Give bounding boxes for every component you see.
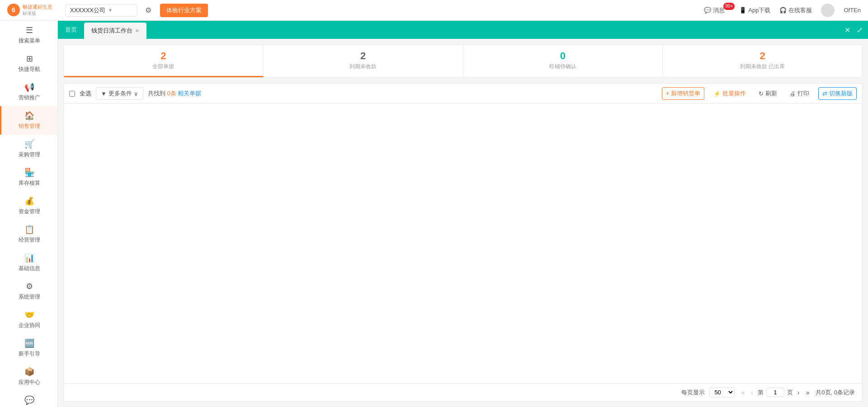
current-page-input[interactable] (766, 388, 784, 397)
sidebar-item-search-label: 搜索菜单 (19, 37, 40, 45)
stat-number-pending: 0 (560, 50, 566, 62)
per-page-select[interactable]: 50 100 200 (709, 387, 735, 398)
stat-label-all: 全部单据 (152, 63, 174, 70)
guide-icon: 🆕 (24, 338, 34, 348)
page-total: 共0页, 0条记录 (816, 388, 855, 397)
stats-row: 2 全部单据 2 到期未收款 0 旺铺待确认 2 到期未收款 已出库 (63, 44, 863, 78)
found-text: 共找到 0条 相关单据 (148, 89, 201, 98)
filter-button[interactable]: ▼ 更多条件 ∨ (96, 87, 143, 100)
sidebar: ☰ 搜索菜单 ⊞ 快捷导航 📢 营销推广 🏠 销售管理 🛒 采购管理 🏪 库存核… (0, 21, 58, 407)
switch-label: 切换新版 (829, 89, 853, 98)
sidebar-item-quick-nav[interactable]: ⊞ 快捷导航 (0, 49, 57, 78)
top-header: 6 畅捷通好生意 标准版 XXXXXX公司 ▼ ⚙ 体验行业方案 💬 消息 99… (0, 0, 868, 21)
last-page-button[interactable]: » (804, 388, 811, 397)
sidebar-item-sales[interactable]: 🏠 销售管理 (0, 106, 57, 135)
sidebar-item-base-label: 基础信息 (19, 265, 40, 272)
filter-label: 更多条件 (108, 89, 132, 98)
sidebar-item-purchase-label: 采购管理 (19, 151, 40, 159)
system-icon: ⚙ (26, 281, 33, 291)
marketing-icon: 📢 (24, 82, 34, 92)
sales-icon: 🏠 (24, 111, 34, 121)
search-menu-icon: ☰ (26, 25, 33, 35)
print-label: 打印 (797, 89, 809, 98)
new-sales-order-button[interactable]: + 新增销货单 (662, 87, 704, 100)
sidebar-item-manage[interactable]: 📋 经营管理 (0, 220, 57, 248)
tab-close-window-icon[interactable]: ✕ (843, 24, 852, 36)
online-service-action[interactable]: 🎧 在线客服 (779, 6, 812, 14)
sidebar-item-search[interactable]: ☰ 搜索菜单 (0, 21, 57, 49)
sidebar-item-inventory-label: 库存核算 (19, 179, 40, 187)
sidebar-item-manage-label: 经营管理 (19, 236, 40, 244)
logo-icon: 6 (7, 4, 20, 16)
sidebar-item-marketing[interactable]: 📢 营销推广 (0, 78, 57, 106)
tab-home-label: 首页 (65, 26, 77, 34)
tab-bar-actions: ✕ ⤢ (843, 24, 868, 36)
toolbar-right: + 新增销货单 ⚡ 批量操作 ↻ 刷新 🖨 打印 ⇄ (662, 87, 857, 100)
main-layout: ☰ 搜索菜单 ⊞ 快捷导航 📢 营销推广 🏠 销售管理 🛒 采购管理 🏪 库存核… (0, 21, 868, 407)
stat-number-all: 2 (160, 50, 166, 62)
settings-button[interactable]: ⚙ (141, 3, 156, 18)
page-label-before: 第 (758, 388, 764, 397)
stat-label-shipped: 到期未收款 已出库 (740, 63, 785, 70)
quick-nav-icon: ⊞ (26, 54, 33, 64)
finance-icon: 💰 (24, 196, 34, 206)
logo-text: 畅捷通好生意 (23, 4, 52, 10)
inventory-icon: 🏪 (24, 168, 34, 178)
app-download-action[interactable]: 📱 App下载 (739, 6, 770, 14)
sidebar-item-corp-label: 企业协同 (19, 322, 40, 329)
found-count: 0条 (167, 90, 176, 97)
tab-home[interactable]: 首页 (58, 21, 84, 39)
sidebar-item-app-center-label: 应用中心 (19, 379, 40, 386)
purchase-icon: 🛒 (24, 139, 34, 149)
next-page-button[interactable]: › (796, 388, 802, 397)
tab-bar: 首页 钱货日清工作台 ✕ ✕ ⤢ (58, 21, 868, 39)
sidebar-item-app-center[interactable]: 📦 应用中心 (0, 362, 57, 391)
logo-text-area: 畅捷通好生意 标准版 (23, 4, 52, 16)
message-action[interactable]: 💬 消息 99+ (704, 6, 730, 14)
sidebar-item-marketing-label: 营销推广 (19, 94, 40, 102)
sidebar-item-system-label: 系统管理 (19, 293, 40, 301)
batch-label: 批量操作 (722, 89, 746, 98)
app-center-icon: 📦 (24, 367, 34, 377)
stat-card-all[interactable]: 2 全部单据 (64, 45, 264, 77)
prev-page-button[interactable]: ‹ (749, 388, 755, 397)
stat-card-pending[interactable]: 0 旺铺待确认 (463, 45, 663, 77)
sidebar-item-guide[interactable]: 🆕 新手引导 (0, 334, 57, 362)
stat-card-shipped[interactable]: 2 到期未收款 已出库 (663, 45, 862, 77)
sidebar-item-purchase[interactable]: 🛒 采购管理 (0, 135, 57, 163)
found-suffix: 相关单据 (178, 90, 201, 97)
online-service-label: 在线客服 (788, 6, 812, 14)
sidebar-item-wechat[interactable]: 💬 企业微信 (0, 391, 57, 407)
sidebar-item-inventory[interactable]: 🏪 库存核算 (0, 163, 57, 192)
table-area (63, 104, 863, 384)
switch-new-version-button[interactable]: ⇄ 切换新版 (818, 87, 857, 100)
first-page-button[interactable]: « (739, 388, 746, 397)
message-icon: 💬 (704, 7, 711, 14)
company-selector[interactable]: XXXXXX公司 ▼ (65, 4, 137, 17)
print-icon: 🖨 (790, 90, 796, 97)
select-all-checkbox[interactable] (69, 91, 75, 97)
message-badge: 99+ (723, 3, 735, 10)
refresh-button[interactable]: ↻ 刷新 (755, 88, 781, 99)
tab-close-icon[interactable]: ✕ (135, 28, 139, 34)
stat-card-overdue[interactable]: 2 到期未收款 (264, 45, 463, 77)
trial-button[interactable]: 体验行业方案 (160, 4, 208, 17)
tab-expand-icon[interactable]: ⤢ (855, 24, 864, 36)
sidebar-item-finance[interactable]: 💰 资金管理 (0, 192, 57, 220)
avatar[interactable] (821, 4, 835, 17)
sidebar-item-corp[interactable]: 🤝 企业协同 (0, 305, 57, 334)
tab-work-station[interactable]: 钱货日清工作台 ✕ (84, 23, 146, 39)
sidebar-item-base[interactable]: 📊 基础信息 (0, 248, 57, 277)
sidebar-item-quick-nav-label: 快捷导航 (19, 65, 40, 73)
batch-operation-button[interactable]: ⚡ 批量操作 (710, 88, 750, 99)
pagination-bar: 每页显示 50 100 200 « ‹ 第 页 › » 共0页, 0条记录 (63, 384, 863, 402)
filter-chevron-icon: ∨ (134, 90, 138, 97)
content-area: 首页 钱货日清工作台 ✕ ✕ ⤢ 2 全部单据 2 到期未收款 (58, 21, 868, 407)
username[interactable]: OfTEn (844, 7, 861, 14)
chevron-down-icon: ▼ (108, 8, 113, 13)
print-button[interactable]: 🖨 打印 (786, 88, 813, 99)
logo-area: 6 畅捷通好生意 标准版 (7, 4, 65, 16)
service-icon: 🎧 (779, 7, 787, 14)
sidebar-item-system[interactable]: ⚙ 系统管理 (0, 277, 57, 305)
page-nav: « ‹ 第 页 › » (739, 388, 811, 397)
